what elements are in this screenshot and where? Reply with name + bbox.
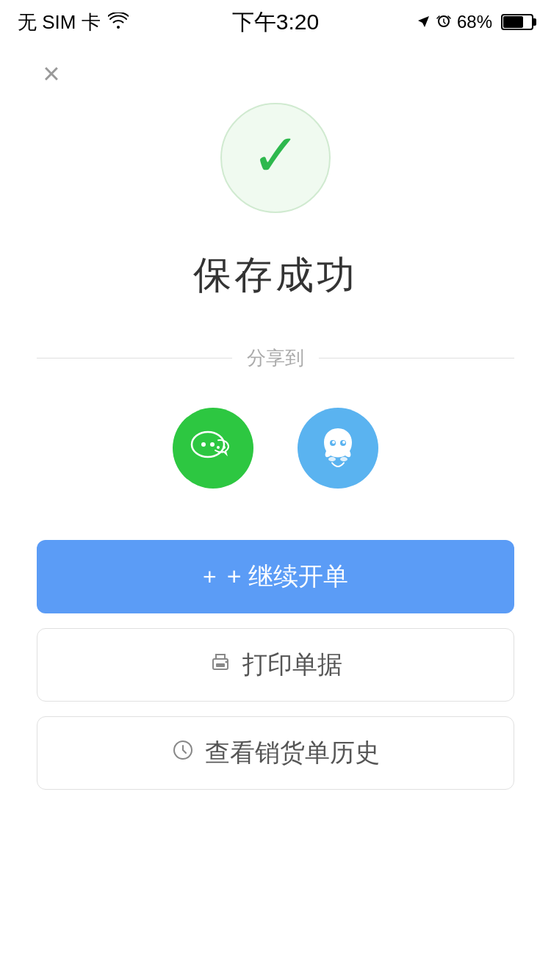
print-label: 打印单据 — [242, 648, 342, 682]
svg-point-1 — [192, 432, 224, 457]
wechat-share-button[interactable] — [173, 408, 253, 489]
success-title: 保存成功 — [193, 250, 358, 301]
svg-point-4 — [217, 446, 220, 449]
print-button[interactable]: 打印单据 — [37, 628, 514, 702]
svg-point-10 — [332, 441, 335, 444]
location-icon — [417, 12, 431, 32]
share-line-left — [37, 358, 232, 359]
qq-share-button[interactable] — [298, 408, 378, 489]
print-icon — [209, 650, 232, 680]
battery-icon — [501, 14, 533, 30]
history-icon — [171, 738, 195, 768]
button-container: + + 继续开单 打印单据 查看销货单历 — [37, 540, 514, 790]
close-button[interactable]: × — [29, 51, 73, 96]
share-label: 分享到 — [247, 345, 304, 371]
svg-point-5 — [223, 446, 226, 449]
share-divider: 分享到 — [37, 345, 514, 371]
wifi-icon — [108, 11, 129, 34]
svg-point-2 — [201, 442, 206, 447]
alarm-icon — [436, 12, 451, 32]
svg-point-6 — [328, 457, 336, 461]
svg-rect-13 — [216, 663, 225, 667]
history-button[interactable]: 查看销货单历史 — [37, 716, 514, 790]
status-left: 无 SIM 卡 — [18, 10, 129, 35]
status-time: 下午3:20 — [232, 7, 319, 37]
status-right: 68% — [417, 12, 533, 32]
close-icon: × — [43, 59, 60, 88]
continue-button[interactable]: + + 继续开单 — [37, 540, 514, 613]
svg-point-11 — [342, 441, 345, 444]
checkmark-icon: ✓ — [251, 126, 300, 185]
battery-text: 68% — [457, 12, 492, 32]
status-bar: 无 SIM 卡 下午3:20 68% — [0, 0, 551, 44]
svg-point-7 — [340, 457, 347, 461]
svg-point-3 — [210, 442, 215, 447]
success-circle: ✓ — [220, 103, 331, 213]
plus-icon: + — [203, 563, 217, 591]
share-line-right — [319, 358, 514, 359]
history-label: 查看销货单历史 — [205, 736, 380, 770]
share-icons — [173, 408, 378, 489]
carrier-text: 无 SIM 卡 — [18, 10, 101, 35]
main-content: ✓ 保存成功 分享到 — [0, 44, 551, 790]
svg-point-14 — [226, 661, 228, 663]
continue-label: + 继续开单 — [227, 560, 348, 594]
